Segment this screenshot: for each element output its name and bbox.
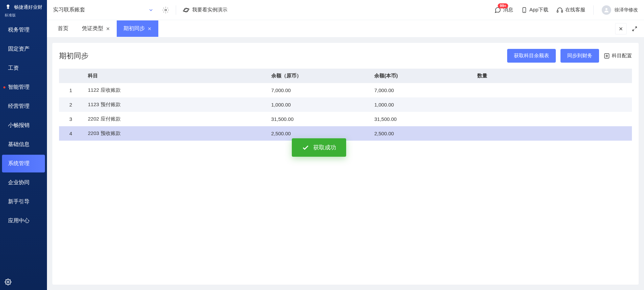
cell-subject: 2203 预收账款 — [83, 126, 266, 141]
cell-orig: 1,000.00 — [266, 97, 369, 112]
success-toast: 获取成功 — [292, 138, 346, 157]
table-row[interactable]: 11122 应收账款7,000.007,000.00 — [59, 83, 632, 97]
subject-config-label: 科目配置 — [612, 53, 632, 59]
svg-rect-4 — [523, 7, 526, 12]
brand-edition: 标准版 — [4, 13, 43, 18]
fullscreen-button[interactable] — [629, 23, 640, 34]
nav-item[interactable]: 税务管理 — [0, 20, 47, 40]
cell-idx: 1 — [59, 83, 83, 97]
svg-rect-7 — [561, 10, 562, 12]
messages-button[interactable]: 99+ 消息 — [494, 7, 513, 13]
svg-rect-11 — [604, 54, 609, 58]
close-icon[interactable]: ✕ — [106, 26, 110, 31]
svg-point-1 — [165, 9, 167, 11]
cell-qty — [472, 83, 632, 97]
tab-label: 期初同步 — [123, 25, 145, 32]
nav-item[interactable]: 系统管理 — [2, 155, 45, 172]
tab[interactable]: 首页 — [51, 20, 75, 37]
messages-badge: 99+ — [498, 3, 508, 8]
toast-text: 获取成功 — [313, 144, 336, 151]
col-local: 余额(本币) — [369, 69, 472, 83]
cell-local: 1,000.00 — [369, 97, 472, 112]
cell-orig: 31,500.00 — [266, 112, 369, 126]
table-row[interactable]: 32202 应付账款31,500.0031,500.00 — [59, 112, 632, 126]
brand-logo-icon — [4, 3, 12, 11]
user-menu[interactable]: 徐泽华修改 — [593, 5, 638, 15]
app-download-button[interactable]: App下载 — [521, 7, 548, 13]
account-settings-icon[interactable] — [162, 7, 169, 13]
tab[interactable]: 凭证类型✕ — [75, 20, 117, 37]
close-all-tabs-button[interactable] — [615, 23, 627, 34]
balance-table: 科目 余额（原币） 余额(本币) 数量 11122 应收账款7,000.007,… — [59, 69, 632, 141]
nav-item[interactable]: 经营管理 — [0, 97, 47, 116]
config-icon — [604, 53, 610, 59]
panel: 期初同步 获取科目余额表 同步到财务 科目配置 — [52, 43, 639, 285]
col-original: 余额（原币） — [266, 69, 369, 83]
cell-qty — [472, 126, 632, 141]
sync-to-finance-button[interactable]: 同步到财务 — [560, 49, 599, 63]
app-download-label: App下载 — [529, 7, 548, 13]
chevron-down-icon — [148, 7, 154, 13]
col-subject: 科目 — [83, 69, 266, 83]
cell-qty — [472, 112, 632, 126]
col-index — [59, 69, 83, 83]
cell-orig: 7,000.00 — [266, 83, 369, 97]
divider — [176, 5, 176, 15]
online-service-label: 在线客服 — [565, 7, 585, 13]
nav-item[interactable]: 固定资产 — [0, 40, 47, 59]
tab[interactable]: 期初同步✕ — [117, 20, 158, 37]
tabbar: 首页凭证类型✕期初同步✕ — [47, 20, 644, 38]
headset-icon — [556, 7, 563, 13]
cell-idx: 4 — [59, 126, 83, 141]
cell-qty — [472, 97, 632, 112]
phone-icon — [521, 7, 527, 13]
demo-link[interactable]: 我要看实例演示 — [183, 7, 227, 13]
tab-label: 首页 — [58, 25, 68, 32]
cell-local: 31,500.00 — [369, 112, 472, 126]
close-icon[interactable]: ✕ — [148, 26, 152, 31]
account-name: 实习联系账套 — [53, 6, 85, 13]
nav-item[interactable]: 企业协同 — [0, 173, 47, 192]
page-title: 期初同步 — [59, 51, 89, 61]
nav-item[interactable]: 应用中心 — [0, 211, 47, 230]
col-qty: 数量 — [472, 69, 632, 83]
svg-rect-6 — [557, 10, 558, 12]
nav-item[interactable]: 小畅报销 — [0, 116, 47, 135]
cell-local: 7,000.00 — [369, 83, 472, 97]
brand-name: 畅捷通好业财 — [14, 4, 42, 10]
user-name: 徐泽华修改 — [614, 7, 638, 13]
cell-subject: 1122 应收账款 — [83, 83, 266, 97]
tab-label: 凭证类型 — [82, 25, 103, 32]
cell-idx: 3 — [59, 112, 83, 126]
nav-item[interactable]: 工资 — [0, 59, 47, 78]
table-row[interactable]: 21123 预付账款1,000.001,000.00 — [59, 97, 632, 112]
nav-item[interactable]: 新手引导 — [0, 192, 47, 211]
nav-item[interactable]: 智能管理 — [0, 78, 47, 97]
brand-block: 畅捷通好业财 标准版 — [0, 0, 47, 20]
subject-config-button[interactable]: 科目配置 — [604, 53, 632, 59]
cell-local: 2,500.00 — [369, 126, 472, 141]
svg-point-8 — [605, 8, 607, 10]
settings-gear-icon[interactable] — [5, 279, 42, 285]
planet-icon — [183, 7, 190, 13]
avatar-icon — [602, 5, 611, 15]
cell-idx: 2 — [59, 97, 83, 112]
nav-item[interactable]: 基础信息 — [0, 135, 47, 154]
svg-point-0 — [7, 281, 9, 283]
online-service-button[interactable]: 在线客服 — [556, 7, 585, 13]
demo-label: 我要看实例演示 — [192, 7, 227, 13]
check-icon — [302, 144, 309, 151]
sidebar: 畅捷通好业财 标准版 税务管理固定资产工资智能管理经营管理小畅报销基础信息系统管… — [0, 0, 47, 290]
cell-subject: 2202 应付账款 — [83, 112, 266, 126]
account-selector[interactable]: 实习联系账套 — [53, 6, 154, 13]
fetch-balance-button[interactable]: 获取科目余额表 — [507, 49, 556, 63]
topbar: 实习联系账套 我要看实例演示 99+ — [47, 0, 644, 20]
cell-subject: 1123 预付账款 — [83, 97, 266, 112]
nav: 税务管理固定资产工资智能管理经营管理小畅报销基础信息系统管理企业协同新手引导应用… — [0, 20, 47, 274]
svg-point-12 — [606, 55, 608, 57]
svg-point-3 — [183, 8, 190, 12]
